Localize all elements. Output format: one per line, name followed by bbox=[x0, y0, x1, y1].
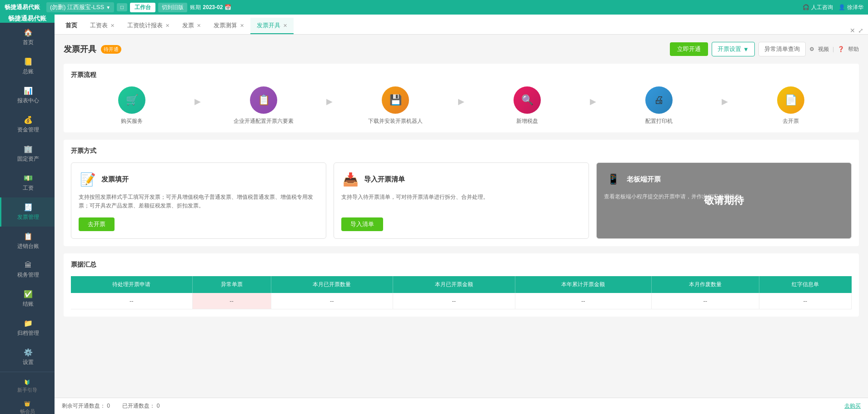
dropdown-arrow-icon: ▼ bbox=[106, 5, 110, 10]
sidebar: 畅捷通易代账 🏠首页📒总账📊报表中心💰资金管理🏢固定资产💵工资🧾发票管理📋进销台… bbox=[0, 15, 55, 414]
flow-step-config-printer[interactable]: 🖨 配置打印机 bbox=[598, 86, 720, 125]
purchase-sales-icon: 📋 bbox=[24, 232, 33, 241]
summary-table: 待处理开票申请异常单票本月已开票数量本月已开票金额本年累计开票金额本月作废数量红… bbox=[71, 276, 852, 309]
sidebar-logo: 畅捷通易代账 bbox=[0, 15, 55, 23]
flow-step-download-robot[interactable]: 💾 下载并安装开票机器人 bbox=[334, 86, 456, 125]
user-avatar-icon: 👤 bbox=[838, 4, 845, 10]
methods-row: 📝 发票填开 支持按照发票样式手工填写开发票；可开具增值税电子普通发票、增值税普… bbox=[71, 162, 852, 239]
tab-payroll[interactable]: 工资表✕ bbox=[84, 18, 121, 34]
summary-title: 票据汇总 bbox=[71, 261, 852, 269]
top-bar-left: 畅捷通易代账 (勿删) 江西服宝-LSS ▼ □ 工作台 切到旧版 账期 202… bbox=[5, 2, 231, 12]
help-icon[interactable]: ❓ bbox=[838, 46, 844, 52]
flow-step-issue-invoice[interactable]: 📄 去开票 bbox=[730, 86, 852, 125]
methods-section: 开票方式 📝 发票填开 支持按照发票样式手工填写开发票；可开具增值税电子普通发票… bbox=[64, 140, 859, 246]
summary-cell: -- bbox=[759, 293, 851, 309]
tab-close-icon[interactable]: ✕ bbox=[283, 23, 287, 29]
sidebar-item-assets[interactable]: 🏢固定资产 bbox=[0, 139, 55, 168]
sidebar-item-archive[interactable]: 📁归档管理 bbox=[0, 313, 55, 343]
reports-icon: 📊 bbox=[24, 86, 33, 95]
sidebar-item-purchase-sales[interactable]: 📋进销台账 bbox=[0, 227, 55, 256]
service-button[interactable]: 🎧 人工咨询 bbox=[803, 4, 833, 11]
flow-arrow-icon: ▶ bbox=[326, 96, 333, 116]
method-btn-manual[interactable]: 去开票 bbox=[79, 217, 115, 231]
method-card-boss: 📱 老板端开票 查看老板端小程序提交的开票申请，并作出相应处理操作。 敬请期待 bbox=[596, 162, 852, 239]
open-settings-button[interactable]: 开票设置 ▼ bbox=[712, 42, 755, 56]
tab-close-icon[interactable]: ✕ bbox=[240, 23, 244, 29]
old-version-button[interactable]: 切到旧版 bbox=[158, 3, 187, 12]
settings-icon[interactable]: ⚙ bbox=[809, 46, 814, 52]
method-header-import: 📥 导入开票清单 bbox=[341, 170, 581, 188]
summary-col-header: 红字信息单 bbox=[759, 276, 851, 293]
flow-step-buy-service[interactable]: 🛒 购买服务 bbox=[71, 86, 193, 125]
restore-window-icon[interactable]: ⤢ bbox=[858, 27, 863, 34]
help-section: ⚙ 视频 | ❓ 帮助 bbox=[809, 45, 859, 53]
workbench-button[interactable]: 工作台 bbox=[130, 3, 155, 12]
sidebar-item-ledger[interactable]: 📒总账 bbox=[0, 52, 55, 81]
ledger-icon: 📒 bbox=[24, 57, 33, 66]
user-menu[interactable]: 👤 徐泽华 bbox=[838, 4, 863, 11]
method-title-boss: 老板端开票 bbox=[627, 175, 661, 184]
invoice-mgmt-icon: 🧾 bbox=[24, 203, 33, 212]
sidebar-item-home[interactable]: 🏠首页 bbox=[0, 23, 55, 52]
methods-title: 开票方式 bbox=[71, 147, 852, 155]
company-selector[interactable]: (勿删) 江西服宝-LSS ▼ bbox=[46, 2, 114, 12]
sidebar-item-payroll[interactable]: 💵工资 bbox=[0, 168, 55, 197]
open-now-button[interactable]: 立即开通 bbox=[670, 42, 708, 56]
method-card-import: 📥 导入开票清单 支持导入待开票清单，可对待开票清单进行拆分、合并处理。 导入清… bbox=[334, 162, 589, 239]
copy-button[interactable]: □ bbox=[117, 3, 127, 11]
issue-invoice-circle: 📄 bbox=[777, 86, 804, 114]
close-window-icon[interactable]: ✕ bbox=[850, 27, 855, 34]
archive-icon: 📁 bbox=[24, 319, 33, 328]
settings-icon: ⚙️ bbox=[24, 348, 33, 357]
sidebar-item-funds[interactable]: 💰资金管理 bbox=[0, 110, 55, 139]
payroll-icon: 💵 bbox=[24, 174, 33, 182]
tab-close-icon[interactable]: ✕ bbox=[197, 23, 201, 29]
sidebar-item-tax[interactable]: 🏛税务管理 bbox=[0, 256, 55, 284]
app-logo: 畅捷通易代账 bbox=[5, 3, 40, 11]
issue-invoice-label: 去开票 bbox=[783, 117, 799, 125]
tab-invoice-issue[interactable]: 发票开具✕ bbox=[250, 18, 294, 34]
summary-cell: -- bbox=[651, 293, 759, 309]
download-robot-label: 下载并安装开票机器人 bbox=[368, 117, 423, 125]
method-title-import: 导入开票清单 bbox=[364, 175, 405, 184]
sidebar-item-settlement[interactable]: ✅结账 bbox=[0, 284, 55, 313]
method-btn-import[interactable]: 导入清单 bbox=[341, 217, 383, 231]
guide-icon: 🔰 bbox=[24, 379, 30, 385]
add-taxbox-circle: 🔍 bbox=[514, 86, 541, 114]
flow-step-add-taxbox[interactable]: 🔍 新增税盘 bbox=[466, 86, 588, 125]
period-label: 账期 2023-02 📅 bbox=[190, 4, 231, 11]
assets-icon: 🏢 bbox=[24, 145, 33, 153]
tab-invoice-calc[interactable]: 发票测算✕ bbox=[207, 18, 250, 34]
buy-service-circle: 🛒 bbox=[118, 86, 145, 114]
status-badge: 待开通 bbox=[101, 45, 121, 54]
calendar-icon[interactable]: 📅 bbox=[224, 4, 231, 10]
buy-link[interactable]: 去购买 bbox=[844, 402, 861, 410]
method-header-manual: 📝 发票填开 bbox=[79, 170, 319, 188]
divider: | bbox=[833, 46, 834, 52]
sidebar-item-settings[interactable]: ⚙️设置 bbox=[0, 343, 55, 372]
tab-bar: 首页工资表✕工资统计报表✕发票✕发票测算✕发票开具✕ ✕ ⤢ bbox=[55, 15, 868, 35]
tab-payroll-report[interactable]: 工资统计报表✕ bbox=[121, 18, 176, 34]
flow-step-config-enterprise[interactable]: 📋 企业开通配置开票六要素 bbox=[203, 86, 324, 125]
method-title-manual: 发票填开 bbox=[101, 175, 129, 184]
sidebar-item-reports[interactable]: 📊报表中心 bbox=[0, 81, 55, 110]
buy-service-label: 购买服务 bbox=[121, 117, 143, 125]
home-icon: 🏠 bbox=[24, 28, 33, 37]
content-area: 首页工资表✕工资统计报表✕发票✕发票测算✕发票开具✕ ✕ ⤢ 发票开具 待开通 … bbox=[55, 15, 868, 414]
bottom-info: 剩余可开通数盘： 0 已开通数盘： 0 bbox=[62, 402, 160, 410]
sidebar-item-member[interactable]: 👑 畅会员 bbox=[0, 397, 55, 414]
headset-icon: 🎧 bbox=[803, 4, 809, 10]
tab-home[interactable]: 首页 bbox=[59, 18, 84, 34]
page-content: 发票开具 待开通 立即开通 开票设置 ▼ 异常清单查询 ⚙ 视频 | ❓ bbox=[55, 35, 868, 398]
sidebar-item-invoice-mgmt[interactable]: 🧾发票管理 bbox=[0, 197, 55, 227]
method-desc-manual: 支持按照发票样式手工填写开发票；可开具增值税电子普通发票、增值税普通发票、增值税… bbox=[79, 193, 319, 210]
tab-invoice[interactable]: 发票✕ bbox=[176, 18, 207, 34]
tab-close-icon[interactable]: ✕ bbox=[110, 23, 115, 29]
tab-close-icon[interactable]: ✕ bbox=[165, 23, 170, 29]
settlement-icon: ✅ bbox=[24, 290, 33, 298]
config-printer-label: 配置打印机 bbox=[645, 117, 673, 125]
sidebar-item-guide[interactable]: 🔰 新手引导 bbox=[0, 376, 55, 397]
abnormal-query-button[interactable]: 异常清单查询 bbox=[758, 42, 806, 56]
summary-cell: -- bbox=[515, 293, 651, 309]
summary-col-header: 本年累计开票金额 bbox=[515, 276, 651, 293]
